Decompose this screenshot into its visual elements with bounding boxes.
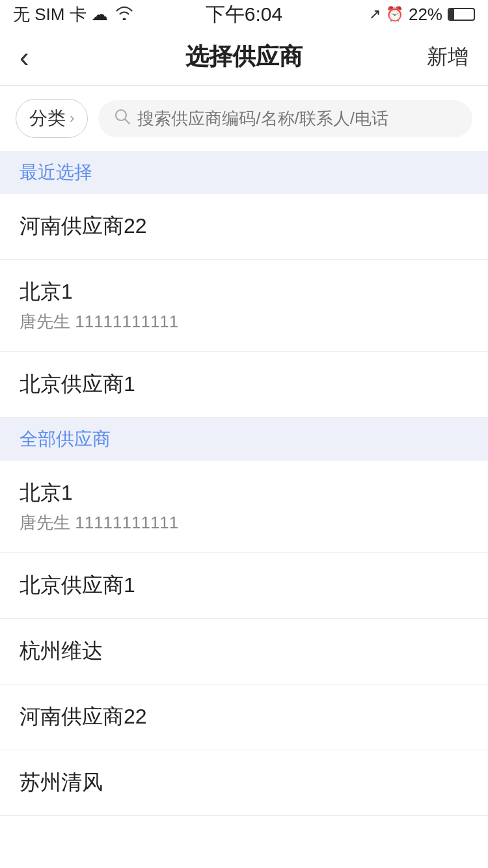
category-button[interactable]: 分类 › bbox=[16, 99, 88, 138]
item-name: 北京1 bbox=[20, 278, 468, 306]
location-icon: ↗ bbox=[369, 6, 381, 23]
add-button[interactable]: 新增 bbox=[427, 43, 468, 72]
item-name: 北京供应商1 bbox=[20, 370, 468, 399]
search-input[interactable] bbox=[137, 109, 457, 129]
alarm-icon: ⏰ bbox=[386, 6, 403, 23]
list-item[interactable]: 河南供应商22 bbox=[0, 685, 488, 750]
item-name: 北京供应商1 bbox=[20, 571, 468, 600]
status-right: ↗ ⏰ 22% bbox=[369, 5, 475, 25]
list-item[interactable]: 杭州维达 bbox=[0, 619, 488, 685]
list-item[interactable]: 北京供应商1 bbox=[0, 553, 488, 619]
no-sim-label: 无 SIM 卡 ☁ bbox=[13, 3, 108, 26]
svg-line-1 bbox=[126, 119, 130, 124]
list-item[interactable]: 河南供应商22 bbox=[0, 194, 488, 260]
section-header-all: 全部供应商 bbox=[0, 418, 488, 461]
supplier-list: 最近选择河南供应商22北京1唐先生 11111111111北京供应商1全部供应商… bbox=[0, 151, 488, 816]
list-item[interactable]: 北京供应商1 bbox=[0, 352, 488, 418]
item-name: 苏州清风 bbox=[20, 768, 468, 797]
status-time: 下午6:04 bbox=[206, 1, 282, 28]
search-input-wrap[interactable] bbox=[98, 100, 472, 137]
item-sub: 唐先生 11111111111 bbox=[20, 310, 468, 333]
page-title: 选择供应商 bbox=[185, 41, 303, 73]
item-name: 河南供应商22 bbox=[20, 703, 468, 731]
item-name: 北京1 bbox=[20, 479, 468, 508]
section-header-recent: 最近选择 bbox=[0, 151, 488, 194]
nav-bar: ‹ 选择供应商 新增 bbox=[0, 29, 488, 86]
status-bar: 无 SIM 卡 ☁ 下午6:04 ↗ ⏰ 22% bbox=[0, 0, 488, 29]
svg-point-0 bbox=[116, 110, 126, 120]
search-bar: 分类 › bbox=[0, 86, 488, 151]
wifi-icon bbox=[115, 5, 134, 25]
status-left: 无 SIM 卡 ☁ bbox=[13, 3, 134, 26]
chevron-right-icon: › bbox=[70, 110, 74, 127]
list-item[interactable]: 北京1唐先生 11111111111 bbox=[0, 461, 488, 553]
item-sub: 唐先生 11111111111 bbox=[20, 511, 468, 534]
battery-label: 22% bbox=[409, 5, 442, 25]
back-button[interactable]: ‹ bbox=[20, 43, 29, 72]
battery-icon bbox=[448, 8, 475, 21]
list-item[interactable]: 苏州清风 bbox=[0, 750, 488, 816]
category-label: 分类 bbox=[29, 106, 66, 131]
list-item[interactable]: 北京1唐先生 11111111111 bbox=[0, 260, 488, 352]
item-name: 杭州维达 bbox=[20, 637, 468, 666]
item-name: 河南供应商22 bbox=[20, 212, 468, 241]
search-icon bbox=[114, 108, 131, 129]
